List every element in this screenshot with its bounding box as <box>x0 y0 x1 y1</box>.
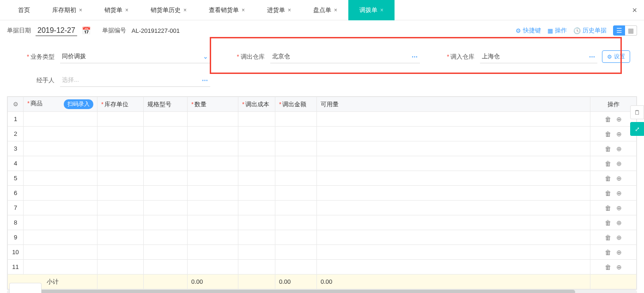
table-row[interactable]: 1 🗑 ⊕ <box>8 112 637 127</box>
delete-icon[interactable]: 🗑 <box>605 160 611 167</box>
gear-column-header[interactable]: ⚙ <box>8 97 24 112</box>
more-icon[interactable]: ⋯ <box>589 53 595 60</box>
handler-label: 经手人 <box>14 76 60 85</box>
delete-icon[interactable]: 🗑 <box>605 234 611 241</box>
view-grid-button[interactable]: ▦ <box>625 25 637 36</box>
expand-button[interactable]: ⤢ <box>630 122 644 136</box>
out-warehouse-label: *调出仓库 <box>224 53 270 61</box>
add-icon[interactable]: ⊕ <box>616 219 622 226</box>
add-icon[interactable]: ⊕ <box>616 160 622 167</box>
biz-type-select[interactable]: 同价调拨 ⌄ <box>60 50 210 63</box>
table-row[interactable]: 4 🗑 ⊕ <box>8 156 637 171</box>
col-spec: 规格型号 <box>144 97 188 112</box>
shortcut-link[interactable]: ⚙快捷键 <box>516 26 541 35</box>
float-buttons: 🗒 ⤢ <box>630 105 644 139</box>
tab-purchase[interactable]: 进货单× <box>256 0 302 20</box>
out-warehouse-select[interactable]: 北京仓 ⋯ <box>270 50 420 63</box>
row-number: 11 <box>8 260 24 275</box>
close-icon[interactable]: × <box>125 0 128 20</box>
close-icon[interactable]: × <box>183 0 187 20</box>
biz-type-label: *业务类型 <box>14 53 60 61</box>
row-number: 5 <box>8 171 24 186</box>
bill-number-label: 单据编号 <box>102 26 126 35</box>
horizontal-scrollbar[interactable] <box>7 290 637 293</box>
add-icon[interactable]: ⊕ <box>616 130 622 138</box>
table-row[interactable]: 10 🗑 ⊕ <box>8 245 637 260</box>
delete-icon[interactable]: 🗑 <box>605 204 611 212</box>
in-warehouse-select[interactable]: 上海仓 ⋯ <box>480 50 597 63</box>
delete-icon[interactable]: 🗑 <box>605 145 611 153</box>
view-list-button[interactable]: ☰ <box>613 25 625 36</box>
delete-icon[interactable]: 🗑 <box>605 189 611 197</box>
col-out-cost: 调出成本 <box>238 97 275 112</box>
tab-stocktake[interactable]: 盘点单× <box>302 0 348 20</box>
delete-icon[interactable]: 🗑 <box>605 175 611 182</box>
gear-icon: ⚙ <box>516 27 521 34</box>
bill-number-value: AL-20191227-001 <box>132 27 180 34</box>
add-icon[interactable]: ⊕ <box>616 116 622 123</box>
row-number: 10 <box>8 245 24 260</box>
add-icon[interactable]: ⊕ <box>616 204 622 212</box>
table-row[interactable]: 11 🗑 ⊕ <box>8 260 637 275</box>
delete-icon[interactable]: 🗑 <box>605 219 611 226</box>
tab-transfer[interactable]: 调拨单× <box>348 0 395 20</box>
table-row[interactable]: 7 🗑 ⊕ <box>8 201 637 215</box>
row-number: 2 <box>8 127 24 141</box>
tab-sales-order[interactable]: 销货单× <box>93 0 140 20</box>
line-items-table: ⚙ 商品扫码录入 库存单位 规格型号 数量 调出成本 调出金额 可用量 操作 1… <box>7 96 637 290</box>
col-product: 商品扫码录入 <box>24 97 97 112</box>
close-all-tabs[interactable]: × <box>632 6 637 15</box>
tab-sales-history[interactable]: 销货单历史× <box>140 0 198 20</box>
add-icon[interactable]: ⊕ <box>616 189 622 197</box>
table-row[interactable]: 5 🗑 ⊕ <box>8 171 637 186</box>
history-link[interactable]: 🕓历史单据 <box>573 26 607 35</box>
tab-stock-init[interactable]: 库存期初× <box>41 0 93 20</box>
col-action: 操作 <box>590 97 637 112</box>
subtotal-available: 0.00 <box>317 275 590 289</box>
table-row[interactable]: 3 🗑 ⊕ <box>8 141 637 156</box>
row-number: 9 <box>8 230 24 245</box>
date-input[interactable]: 2019-12-27 <box>36 25 77 36</box>
more-icon[interactable]: ⋯ <box>202 77 208 84</box>
row-number: 4 <box>8 156 24 171</box>
delete-icon[interactable]: 🗑 <box>605 249 611 256</box>
add-icon[interactable]: ⊕ <box>616 249 622 256</box>
calendar-icon[interactable]: 📅 <box>82 26 91 35</box>
subtotal-row: 小计 0.00 0.00 0.00 <box>8 275 637 289</box>
close-icon[interactable]: × <box>380 0 383 20</box>
more-icon[interactable]: ⋯ <box>412 53 418 60</box>
comment-button[interactable]: 🗒 <box>630 105 644 119</box>
table-row[interactable]: 2 🗑 ⊕ <box>8 127 637 141</box>
table-row[interactable]: 8 🗑 ⊕ <box>8 215 637 230</box>
bottom-dock[interactable] <box>9 283 42 293</box>
delete-icon[interactable]: 🗑 <box>605 116 611 123</box>
col-available: 可用量 <box>317 97 590 112</box>
col-qty: 数量 <box>188 97 238 112</box>
operate-link[interactable]: ▦操作 <box>547 26 567 35</box>
grid-icon: ▦ <box>547 27 553 34</box>
scan-badge[interactable]: 扫码录入 <box>64 99 93 109</box>
view-toggle: ☰ ▦ <box>613 25 637 36</box>
close-icon[interactable]: × <box>79 0 82 20</box>
add-icon[interactable]: ⊕ <box>616 263 622 271</box>
row-number: 3 <box>8 141 24 156</box>
close-icon[interactable]: × <box>334 0 337 20</box>
table-row[interactable]: 6 🗑 ⊕ <box>8 186 637 201</box>
add-icon[interactable]: ⊕ <box>616 234 622 241</box>
row-number: 7 <box>8 201 24 215</box>
add-icon[interactable]: ⊕ <box>616 145 622 153</box>
close-icon[interactable]: × <box>242 0 245 20</box>
add-icon[interactable]: ⊕ <box>616 175 622 182</box>
close-icon[interactable]: × <box>288 0 291 20</box>
delete-icon[interactable]: 🗑 <box>605 130 611 138</box>
tab-home[interactable]: 首页 <box>7 0 41 20</box>
col-unit: 库存单位 <box>97 97 144 112</box>
handler-select[interactable]: 选择... ⋯ <box>60 73 210 87</box>
tab-view-sales[interactable]: 查看销货单× <box>198 0 256 20</box>
table-row[interactable]: 9 🗑 ⊕ <box>8 230 637 245</box>
settings-button[interactable]: ⚙设置 <box>602 50 630 63</box>
in-warehouse-label: *调入仓库 <box>434 53 480 61</box>
chevron-down-icon: ⌄ <box>203 53 208 60</box>
row-number: 1 <box>8 112 24 127</box>
delete-icon[interactable]: 🗑 <box>605 263 611 271</box>
